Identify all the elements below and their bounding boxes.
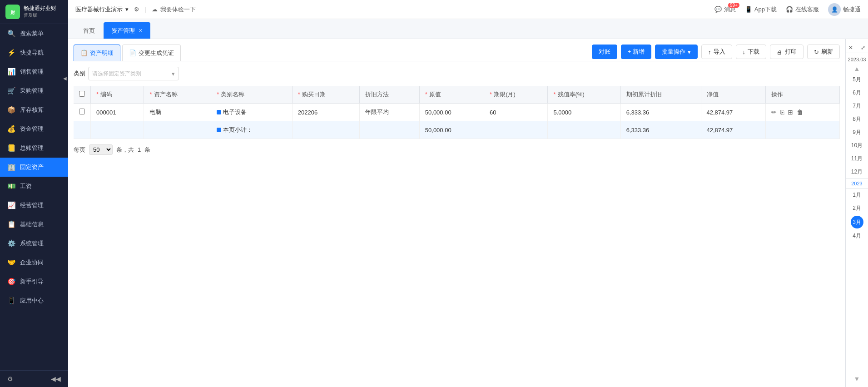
expand-panel-icon[interactable]: ⤢ bbox=[861, 45, 865, 51]
user-menu[interactable]: 👤 畅捷通 bbox=[828, 3, 861, 16]
asset-detail-icon: 📋 bbox=[80, 50, 88, 56]
logo-text-group: 畅捷通好业财 普及版 bbox=[24, 5, 56, 19]
total-suffix: 条 bbox=[144, 146, 150, 154]
sidebar-item-fixed-assets[interactable]: 🏢 固定资产 bbox=[0, 158, 68, 177]
year-month-label: 2023.03 bbox=[846, 55, 868, 64]
import-label: 导入 bbox=[714, 48, 725, 56]
sidebar-item-system[interactable]: ⚙️ 系统管理 bbox=[0, 234, 68, 253]
sub-tab-asset-detail[interactable]: 📋 资产明细 bbox=[74, 45, 120, 61]
pagination: 每页 50 100 条，共 1 条 bbox=[74, 139, 840, 155]
tab-home[interactable]: 首页 bbox=[75, 22, 103, 39]
messages-button[interactable]: 💬 消息 99+ bbox=[714, 5, 736, 14]
tab-close-icon[interactable]: ✕ bbox=[139, 28, 143, 34]
month-11[interactable]: 11月 bbox=[846, 152, 868, 165]
voucher-gen-label: 变更生成凭证 bbox=[139, 49, 174, 57]
content-area: 📋 资产明细 📄 变更生成凭证 对账 + 新增 批量操作 ▾ ↑ bbox=[68, 39, 868, 387]
messages-badge: 99+ bbox=[728, 3, 739, 8]
sidebar-item-search[interactable]: 🔍 搜索菜单 bbox=[0, 24, 68, 43]
month-2[interactable]: 2月 bbox=[846, 202, 868, 215]
user-avatar: 👤 bbox=[828, 3, 841, 16]
quick-nav-icon: ⚡ bbox=[7, 49, 15, 57]
sales-icon: 📊 bbox=[7, 68, 15, 76]
delete-button[interactable]: 🗑 bbox=[797, 109, 803, 116]
subtotal-net-value: 42,874.97 bbox=[701, 121, 765, 139]
tab-home-label: 首页 bbox=[83, 27, 95, 35]
experience-link[interactable]: ☁ 我要体验一下 bbox=[152, 5, 196, 14]
panel-nav-down-btn[interactable]: ▼ bbox=[846, 374, 868, 383]
cloud-icon: ☁ bbox=[152, 6, 158, 13]
month-10[interactable]: 10月 bbox=[846, 139, 868, 152]
month-4[interactable]: 4月 bbox=[846, 229, 868, 243]
print-button[interactable]: 🖨 打印 bbox=[770, 45, 804, 59]
collapse-icon[interactable]: ◀◀ bbox=[51, 375, 61, 382]
subtotal-original-value: 50,000.00 bbox=[419, 121, 484, 139]
month-3-active[interactable]: 3月 bbox=[851, 216, 863, 228]
sidebar-item-app-center[interactable]: 📱 应用中心 bbox=[0, 291, 68, 310]
batch-button[interactable]: 批量操作 ▾ bbox=[655, 45, 698, 59]
sidebar-item-guide[interactable]: 🎯 新手引导 bbox=[0, 272, 68, 291]
more-button[interactable]: ⊞ bbox=[788, 109, 793, 116]
tab-asset-management-label: 资产管理 bbox=[111, 27, 135, 35]
category-chevron-icon: ▾ bbox=[172, 70, 175, 77]
year-2023-label: 2023 bbox=[846, 179, 868, 189]
purchase-icon: 🛒 bbox=[7, 87, 15, 95]
sub-tab-voucher-gen[interactable]: 📄 变更生成凭证 bbox=[122, 45, 181, 61]
row-checkbox-cell bbox=[74, 104, 91, 121]
app-download-button[interactable]: 📱 App下载 bbox=[745, 5, 777, 14]
add-button[interactable]: + 新增 bbox=[621, 45, 651, 59]
sidebar-item-ledger[interactable]: 📒 总账管理 bbox=[0, 139, 68, 158]
close-panel-icon[interactable]: ✕ bbox=[848, 45, 853, 51]
system-icon: ⚙️ bbox=[7, 239, 15, 248]
sidebar-item-purchase[interactable]: 🛒 采购管理 bbox=[0, 81, 68, 100]
app-download-label: App下载 bbox=[754, 5, 777, 14]
settings-gear-icon[interactable]: ⚙ bbox=[134, 6, 139, 13]
refresh-button[interactable]: ↻ 刷新 bbox=[807, 45, 840, 59]
download-button[interactable]: ↓ 下载 bbox=[736, 45, 767, 59]
row-checkbox[interactable] bbox=[79, 109, 85, 114]
import-button[interactable]: ↑ 导入 bbox=[701, 45, 732, 59]
sidebar-item-sales[interactable]: 📊 销售管理 bbox=[0, 62, 68, 81]
customer-service-label: 在线客服 bbox=[795, 5, 819, 14]
customer-service-button[interactable]: 🎧 在线客服 bbox=[786, 5, 819, 14]
inventory-icon: 📦 bbox=[7, 106, 15, 114]
month-12[interactable]: 12月 bbox=[846, 165, 868, 179]
reconcile-button[interactable]: 对账 bbox=[592, 45, 617, 59]
assets-table: 编码 资产名称 类别名称 购买日期 折旧方法 原值 期限(月) 残值率(%) 期… bbox=[74, 86, 840, 139]
row-net-value: 42,874.97 bbox=[701, 104, 765, 121]
th-checkbox bbox=[74, 86, 91, 104]
sidebar-item-finance[interactable]: 💰 资金管理 bbox=[0, 119, 68, 139]
logo-subtitle: 普及版 bbox=[24, 12, 56, 19]
settings-icon[interactable]: ⚙ bbox=[7, 375, 13, 382]
row-category: 电子设备 bbox=[211, 104, 293, 121]
month-8[interactable]: 8月 bbox=[846, 113, 868, 126]
sidebar-collapse-btn[interactable]: ◀ bbox=[62, 73, 68, 84]
subtotal-label: 本页小计： bbox=[223, 126, 253, 134]
sidebar-item-salary[interactable]: 💵 工资 bbox=[0, 177, 68, 196]
select-all-checkbox[interactable] bbox=[79, 91, 85, 97]
month-6[interactable]: 6月 bbox=[846, 86, 868, 99]
month-1[interactable]: 1月 bbox=[846, 189, 868, 202]
panel-nav-up-btn[interactable]: ▲ bbox=[846, 64, 868, 73]
sidebar-item-inventory[interactable]: 📦 库存核算 bbox=[0, 100, 68, 119]
main-wrapper: 医疗器械行业演示 ▾ ⚙ | ☁ 我要体验一下 💬 消息 99+ 📱 App下载… bbox=[68, 0, 868, 387]
company-selector[interactable]: 医疗器械行业演示 ▾ bbox=[75, 5, 129, 14]
edit-button[interactable]: ✏ bbox=[771, 109, 777, 116]
per-page-select[interactable]: 50 100 bbox=[89, 144, 113, 155]
month-7[interactable]: 7月 bbox=[846, 99, 868, 113]
sidebar-item-operations[interactable]: 📈 经营管理 bbox=[0, 196, 68, 215]
copy-button[interactable]: ⎘ bbox=[780, 109, 784, 116]
basic-info-icon: 📋 bbox=[7, 220, 15, 228]
company-name: 医疗器械行业演示 bbox=[75, 5, 123, 14]
sub-tabs: 📋 资产明细 📄 变更生成凭证 对账 + 新增 批量操作 ▾ ↑ bbox=[74, 45, 840, 61]
sidebar-item-quick-nav[interactable]: ⚡ 快捷导航 bbox=[0, 43, 68, 62]
th-period: 期限(月) bbox=[484, 86, 548, 104]
th-operations: 操作 bbox=[765, 86, 839, 104]
sidebar-item-basic-info[interactable]: 📋 基础信息 bbox=[0, 215, 68, 234]
sidebar-item-enterprise[interactable]: 🤝 企业协同 bbox=[0, 253, 68, 272]
category-select-box[interactable]: 请选择固定资产类别 ▾ bbox=[88, 67, 179, 80]
guide-icon: 🎯 bbox=[7, 278, 15, 286]
tab-asset-management[interactable]: 资产管理 ✕ bbox=[104, 22, 150, 39]
category-filter: 类别 请选择固定资产类别 ▾ bbox=[74, 67, 179, 80]
month-5[interactable]: 5月 bbox=[846, 73, 868, 86]
month-9[interactable]: 9月 bbox=[846, 126, 868, 139]
